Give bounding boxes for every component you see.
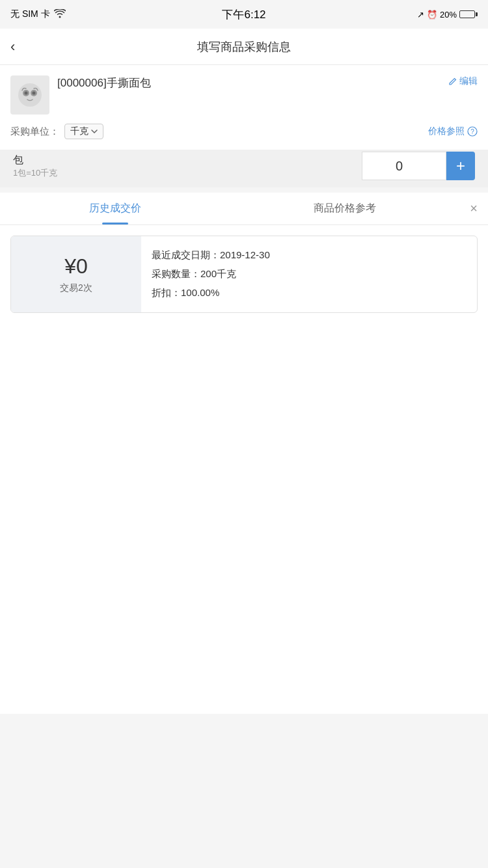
wifi-icon xyxy=(54,9,66,20)
tab-content-history: ¥0 交易2次 最近成交日期：2019-12-30 采购数量：200千克 折扣：… xyxy=(0,225,488,323)
tab-history-price[interactable]: 历史成交价 xyxy=(0,193,230,224)
tabs-header: 历史成交价 商品价格参考 × xyxy=(0,193,488,225)
edit-icon xyxy=(448,77,457,86)
location-icon: ↗ xyxy=(417,10,424,20)
history-price: ¥0 xyxy=(64,254,88,278)
product-logo-icon xyxy=(17,82,43,108)
help-circle-icon: ? xyxy=(467,126,478,137)
history-recent-date: 最近成交日期：2019-12-30 xyxy=(152,249,467,262)
edit-button[interactable]: 编辑 xyxy=(448,75,478,87)
tabs-close-button[interactable]: × xyxy=(459,195,488,223)
status-bar: 无 SIM 卡 下午6:12 ↗ ⏰ 20% xyxy=(0,0,488,29)
product-unit-row: 采购单位： 千克 价格参照 ? xyxy=(10,124,478,139)
history-card: ¥0 交易2次 最近成交日期：2019-12-30 采购数量：200千克 折扣：… xyxy=(10,236,478,313)
status-time: 下午6:12 xyxy=(222,7,265,22)
history-card-right: 最近成交日期：2019-12-30 采购数量：200千克 折扣：100.00% xyxy=(141,236,477,312)
history-card-left: ¥0 交易2次 xyxy=(11,236,141,312)
product-thumbnail xyxy=(10,75,49,115)
bottom-area xyxy=(0,323,488,714)
history-trades: 交易2次 xyxy=(60,282,92,294)
quantity-row: 包 1包=10千克 + xyxy=(0,150,488,182)
separator xyxy=(0,182,488,187)
battery-percent: 20% xyxy=(440,10,457,20)
history-discount: 折扣：100.00% xyxy=(152,287,467,299)
product-name: [0000006]手撕面包 xyxy=(57,75,151,90)
history-purchase-qty: 采购数量：200千克 xyxy=(152,268,467,280)
quantity-conversion: 1包=10千克 xyxy=(13,167,57,179)
product-header: [0000006]手撕面包 编辑 xyxy=(10,75,478,115)
quantity-plus-button[interactable]: + xyxy=(446,152,475,180)
page-title: 填写商品采购信息 xyxy=(197,39,291,55)
alarm-icon: ⏰ xyxy=(427,10,437,20)
nav-bar: ‹ 填写商品采购信息 xyxy=(0,29,488,65)
svg-point-4 xyxy=(33,92,36,95)
price-reference-button[interactable]: 价格参照 ? xyxy=(428,126,478,137)
tabs-section: 历史成交价 商品价格参考 × ¥0 交易2次 最近成交日期：2019-12-30… xyxy=(0,193,488,323)
quantity-input[interactable] xyxy=(362,152,446,180)
tab-price-reference[interactable]: 商品价格参考 xyxy=(230,193,459,224)
product-left: [0000006]手撕面包 xyxy=(10,75,151,115)
status-carrier: 无 SIM 卡 xyxy=(10,8,66,20)
chevron-down-icon xyxy=(91,129,98,134)
quantity-unit: 包 xyxy=(13,154,57,167)
svg-point-3 xyxy=(25,92,28,95)
svg-text:?: ? xyxy=(470,128,474,135)
unit-label: 采购单位： xyxy=(10,126,59,138)
product-card: [0000006]手撕面包 编辑 采购单位： 千克 价格参照 xyxy=(0,65,488,150)
quantity-input-group: + xyxy=(362,152,475,180)
svg-point-0 xyxy=(18,83,42,107)
status-right-group: ↗ ⏰ 20% xyxy=(417,10,478,20)
carrier-text: 无 SIM 卡 xyxy=(10,8,50,20)
quantity-label-group: 包 1包=10千克 xyxy=(13,154,57,179)
back-button[interactable]: ‹ xyxy=(10,38,15,55)
battery-icon xyxy=(459,10,478,18)
unit-select[interactable]: 千克 xyxy=(64,124,103,139)
product-info: [0000006]手撕面包 xyxy=(57,75,151,93)
